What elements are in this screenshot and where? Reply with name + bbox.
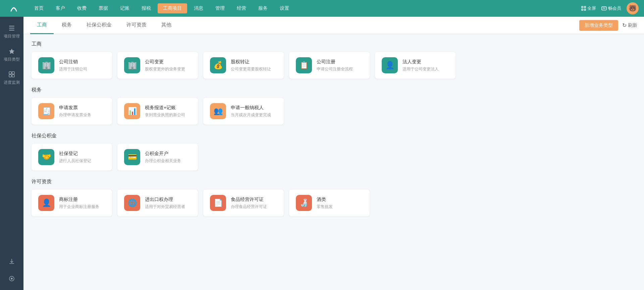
sidebar-label-progress-monitor: 进度监测: [4, 80, 20, 85]
sidebar-label-project-type: 项目类型: [4, 57, 20, 62]
service-card-公积金开户[interactable]: 💳公积金开户办理公积金相关业务: [117, 144, 198, 170]
fullscreen-button[interactable]: 全屏: [581, 5, 596, 11]
nav-item-收费[interactable]: 收费: [72, 3, 92, 13]
content-scroll[interactable]: 工商🏢公司注销适用于注销公司🏢公司变更股权变更外的业务变更💰股权转让公司变更需要…: [23, 34, 644, 290]
service-card-股权转让[interactable]: 💰股权转让公司变更需要股权转让: [203, 52, 284, 79]
card-icon: 🏢: [38, 57, 54, 73]
nav-item-首页[interactable]: 首页: [29, 3, 49, 13]
svg-rect-9: [9, 72, 11, 74]
service-card-申请发票[interactable]: 🧾申请发票办理申请发票业务: [32, 98, 112, 125]
card-title: 进出口权办理: [145, 197, 185, 203]
sidebar-label-project-management: 项目管理: [4, 33, 20, 39]
sidebar-bottom: [0, 253, 23, 287]
sidebar-item-progress-monitor[interactable]: 进度监测: [0, 66, 23, 89]
refresh-button[interactable]: ↻ 刷新: [622, 22, 637, 28]
nav-item-记账[interactable]: 记账: [115, 3, 135, 13]
nav-item-工商项目[interactable]: 工商项目: [158, 3, 187, 13]
service-card-商标注册[interactable]: 👤商标注册用于企业商标注册服务: [32, 190, 112, 216]
card-icon: 👥: [210, 103, 226, 119]
service-card-法人变更[interactable]: 👤法人变更适用于公司变更法人: [375, 52, 455, 79]
tab-其他[interactable]: 其他: [155, 17, 178, 34]
card-desc: 进行人员社保登记: [59, 158, 91, 164]
nav-item-客户[interactable]: 客户: [50, 3, 70, 13]
service-card-进出口权办理[interactable]: 🌐进出口权办理适用于对外贸易经营者: [117, 190, 198, 216]
nav-item-经营[interactable]: 经营: [231, 3, 252, 13]
svg-rect-12: [12, 75, 14, 77]
tab-社保公积金[interactable]: 社保公积金: [80, 17, 118, 34]
section-title: 社保公积金: [32, 133, 636, 139]
service-card-食品经营许可证[interactable]: 📄食品经营许可证办理食品经营许可证: [203, 190, 284, 216]
card-title: 法人变更: [402, 59, 439, 65]
card-title: 申请一般纳税人: [231, 105, 271, 111]
card-icon: 🌐: [124, 195, 140, 211]
card-title: 税务报道+记账: [145, 105, 185, 111]
card-info: 社保登记进行人员社保登记: [59, 151, 91, 164]
card-title: 公积金开户: [145, 151, 181, 157]
card-title: 股权转让: [231, 59, 271, 65]
card-icon: 👤: [38, 195, 54, 211]
service-card-税务报道+记账[interactable]: 📊税务报道+记账拿到营业执照的新公司: [117, 98, 198, 125]
service-card-公司变更[interactable]: 🏢公司变更股权变更外的业务变更: [117, 52, 198, 79]
card-info: 公司注销适用于注销公司: [59, 59, 87, 72]
card-info: 法人变更适用于公司变更法人: [402, 59, 439, 72]
nav-item-票据[interactable]: 票据: [93, 3, 113, 13]
tab-税务[interactable]: 税务: [55, 17, 78, 34]
tabs-actions: 新增业务类型 ↻ 刷新: [579, 20, 637, 31]
sidebar-download-button[interactable]: [0, 253, 23, 269]
card-title: 酒类: [317, 197, 333, 203]
card-info: 公司变更股权变更外的业务变更: [145, 59, 185, 72]
cards-grid-工商: 🏢公司注销适用于注销公司🏢公司变更股权变更外的业务变更💰股权转让公司变更需要股权…: [32, 52, 636, 79]
list-icon: [8, 24, 16, 32]
tabs-header: 工商税务社保公积金许可资质其他 新增业务类型 ↻ 刷新: [23, 17, 644, 34]
fullscreen-label: 全屏: [587, 5, 596, 11]
svg-rect-10: [12, 72, 14, 74]
service-card-申请一般纳税人[interactable]: 👥申请一般纳税人当月或次月成变更完成: [203, 98, 284, 125]
card-icon: 💰: [210, 57, 226, 73]
card-info: 税务报道+记账拿到营业执照的新公司: [145, 105, 185, 118]
service-card-社保登记[interactable]: 🤝社保登记进行人员社保登记: [32, 144, 112, 170]
card-info: 进出口权办理适用于对外贸易经营者: [145, 197, 185, 210]
svg-rect-0: [582, 6, 583, 8]
cards-grid-许可资质: 👤商标注册用于企业商标注册服务🌐进出口权办理适用于对外贸易经营者📄食品经营许可证…: [32, 190, 636, 216]
nav-item-报税[interactable]: 报税: [136, 3, 156, 13]
download-icon: [8, 257, 16, 265]
cards-grid-社保公积金: 🤝社保登记进行人员社保登记💳公积金开户办理公积金相关业务: [32, 144, 636, 170]
new-type-button[interactable]: 新增业务类型: [579, 20, 618, 31]
card-icon: 📋: [296, 57, 312, 73]
service-card-公司注销[interactable]: 🏢公司注销适用于注销公司: [32, 52, 112, 79]
sidebar-item-project-management[interactable]: 项目管理: [0, 20, 23, 43]
card-info: 食品经营许可证办理食品经营许可证: [231, 197, 267, 210]
cards-grid-税务: 🧾申请发票办理申请发票业务📊税务报道+记账拿到营业执照的新公司👥申请一般纳税人当…: [32, 98, 636, 125]
card-info: 申请一般纳税人当月或次月成变更完成: [231, 105, 271, 118]
sidebar-item-project-type[interactable]: 项目类型: [0, 43, 23, 66]
card-title: 食品经营许可证: [231, 197, 267, 203]
card-desc: 用于企业商标注册服务: [59, 204, 99, 210]
vip-button[interactable]: 畅会员: [601, 5, 621, 11]
nav-item-设置[interactable]: 设置: [274, 3, 294, 13]
svg-point-14: [11, 278, 12, 279]
card-desc: 零售批发: [317, 204, 333, 210]
card-desc: 当月或次月成变更完成: [231, 112, 271, 118]
section-title: 税务: [32, 87, 636, 93]
section-工商: 工商🏢公司注销适用于注销公司🏢公司变更股权变更外的业务变更💰股权转让公司变更需要…: [32, 41, 636, 79]
top-navigation: 首页客户收费票据记账报税工商项目消息管理经营服务设置 全屏 畅会员 🐻: [0, 0, 644, 17]
card-info: 公司注册申请公司注册全流程: [317, 59, 353, 72]
tab-工商[interactable]: 工商: [30, 17, 54, 34]
grid-icon: [8, 70, 16, 78]
sidebar: 项目管理 项目类型 进度监测: [0, 17, 23, 290]
card-icon: 🤝: [38, 149, 54, 165]
card-icon: 📄: [210, 195, 226, 211]
tab-许可资质[interactable]: 许可资质: [120, 17, 153, 34]
nav-item-管理[interactable]: 管理: [210, 3, 230, 13]
svg-rect-11: [9, 75, 11, 77]
sidebar-settings-button[interactable]: [0, 271, 23, 287]
service-card-酒类[interactable]: 🍶酒类零售批发: [289, 190, 370, 216]
card-icon: 💳: [124, 149, 140, 165]
content-area: 工商税务社保公积金许可资质其他 新增业务类型 ↻ 刷新 工商🏢公司注销适用于注销…: [23, 17, 644, 290]
card-desc: 公司变更需要股权转让: [231, 66, 271, 72]
nav-item-服务[interactable]: 服务: [253, 3, 273, 13]
nav-item-消息[interactable]: 消息: [189, 3, 209, 13]
service-card-公司注册[interactable]: 📋公司注册申请公司注册全流程: [289, 52, 370, 79]
section-社保公积金: 社保公积金🤝社保登记进行人员社保登记💳公积金开户办理公积金相关业务: [32, 133, 636, 170]
card-title: 社保登记: [59, 151, 91, 157]
